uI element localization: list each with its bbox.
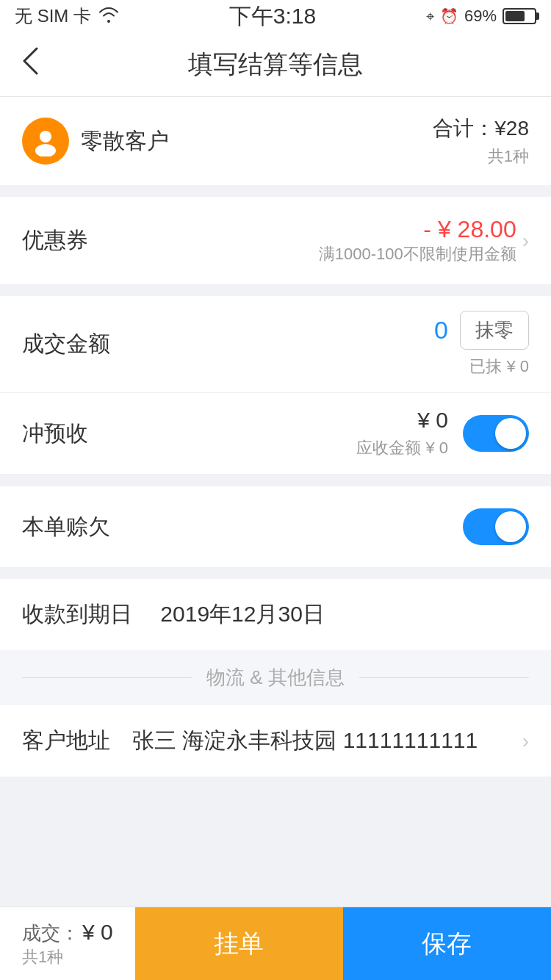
- svg-point-1: [35, 144, 56, 156]
- transaction-section: 成交金额 0 抹零 已抹 ¥ 0 冲预收 ¥ 0 应收金额 ¥ 0: [0, 296, 551, 475]
- bottom-deal-label: 成交：: [22, 920, 79, 946]
- battery-icon: [503, 8, 536, 24]
- svg-point-0: [40, 131, 51, 143]
- customer-name: 零散客户: [81, 126, 169, 156]
- coupon-row[interactable]: 优惠券 - ¥ 28.00 满1000-100不限制使用金额 ›: [0, 197, 551, 284]
- prepay-row: 冲预收 ¥ 0 应收金额 ¥ 0: [0, 393, 551, 475]
- chevron-right-icon: ›: [522, 229, 529, 253]
- coupon-amount: - ¥ 28.00: [319, 216, 516, 243]
- transaction-value[interactable]: 0: [404, 316, 448, 345]
- transaction-label: 成交金额: [22, 329, 110, 359]
- customer-section: 零散客户 合计：¥28 共1种: [0, 97, 551, 185]
- save-button[interactable]: 保存: [343, 907, 551, 980]
- duedate-date: 2019年12月30日: [160, 602, 324, 626]
- divider-text: 物流 & 其他信息: [206, 665, 345, 691]
- address-row[interactable]: 客户地址 张三 海淀永丰科技园 11111111111 ›: [0, 705, 551, 777]
- divider-line-right: [359, 677, 529, 678]
- customer-left: 零散客户: [22, 118, 169, 165]
- prepay-receivable: 应收金额 ¥ 0: [356, 437, 448, 459]
- amount-input-line: 0 抹零: [404, 311, 529, 350]
- avatar: [22, 118, 69, 165]
- prepay-label: 冲预收: [22, 419, 88, 449]
- prepay-amount: ¥ 0: [417, 408, 448, 433]
- already-rounded: 已抹 ¥ 0: [469, 356, 529, 378]
- hold-button[interactable]: 挂单: [135, 907, 343, 980]
- duedate-label: 收款到期日: [22, 602, 132, 626]
- total-count: 共1种: [433, 145, 529, 167]
- bottom-deal-amount: ¥ 0: [82, 920, 113, 945]
- divider-line-left: [22, 677, 192, 678]
- nav-bar: 填写结算等信息: [0, 32, 551, 97]
- debt-toggle[interactable]: [463, 508, 529, 545]
- coupon-desc: 满1000-100不限制使用金额: [319, 243, 516, 265]
- status-left: 无 SIM 卡: [15, 4, 119, 28]
- bottom-count: 共1种: [22, 946, 113, 968]
- customer-total: 合计：¥28 共1种: [433, 115, 529, 167]
- debt-label: 本单赊欠: [22, 512, 110, 542]
- debt-section: 本单赊欠: [0, 486, 551, 567]
- prepay-toggle[interactable]: [463, 415, 529, 452]
- bottom-info: 成交： ¥ 0 共1种: [0, 920, 135, 968]
- status-bar: 无 SIM 卡 下午3:18 ⌖ ⏰ 69%: [0, 0, 551, 32]
- coupon-text: - ¥ 28.00 满1000-100不限制使用金额: [319, 216, 516, 265]
- address-chevron-icon: ›: [522, 729, 529, 753]
- page-title: 填写结算等信息: [188, 48, 363, 82]
- location-icon: ⌖: [426, 8, 434, 25]
- debt-toggle-thumb: [495, 511, 526, 542]
- amount-input-area: 0 抹零 已抹 ¥ 0: [404, 311, 529, 378]
- coupon-right: - ¥ 28.00 满1000-100不限制使用金额 ›: [319, 216, 529, 265]
- total-amount: 合计：¥28: [433, 115, 529, 143]
- logistics-divider: 物流 & 其他信息: [0, 650, 551, 705]
- address-label: 客户地址: [22, 726, 110, 756]
- status-right: ⌖ ⏰ 69%: [426, 7, 536, 26]
- bottom-buttons: 挂单 保存: [135, 907, 551, 980]
- coupon-label: 优惠券: [22, 226, 88, 256]
- carrier-label: 无 SIM 卡: [15, 4, 91, 28]
- prepay-info: ¥ 0 应收金额 ¥ 0: [356, 408, 448, 459]
- bottom-bar: 成交： ¥ 0 共1种 挂单 保存: [0, 907, 551, 980]
- back-button[interactable]: [22, 47, 38, 82]
- alarm-icon: ⏰: [440, 7, 458, 25]
- transaction-row: 成交金额 0 抹零 已抹 ¥ 0: [0, 296, 551, 393]
- coupon-section: 优惠券 - ¥ 28.00 满1000-100不限制使用金额 ›: [0, 197, 551, 284]
- duedate-row[interactable]: 收款到期日 2019年12月30日: [0, 579, 551, 650]
- empty-space: [0, 777, 551, 923]
- wifi-icon: [98, 7, 119, 26]
- battery-percent: 69%: [464, 7, 497, 26]
- toggle-thumb: [495, 418, 526, 449]
- round-button[interactable]: 抹零: [460, 311, 529, 350]
- status-time: 下午3:18: [229, 1, 316, 32]
- content: 零散客户 合计：¥28 共1种 优惠券 - ¥ 28.00 满1000-100不…: [0, 97, 551, 980]
- address-content: 张三 海淀永丰科技园 11111111111: [132, 726, 500, 756]
